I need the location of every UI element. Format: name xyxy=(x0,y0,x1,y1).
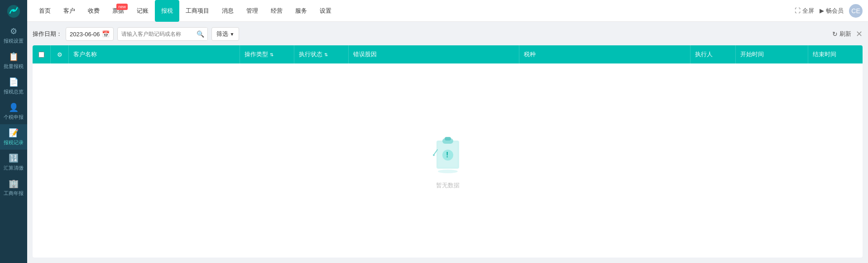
sidebar-item-label: 汇算清缴 xyxy=(4,165,24,171)
th-operation-type: 操作类型 ⇅ xyxy=(240,45,294,63)
fullscreen-btn[interactable]: ⛶ 全屏 xyxy=(795,7,814,15)
avatar[interactable]: CE xyxy=(849,4,863,18)
member-label: 畅会员 xyxy=(826,7,844,15)
sidebar-item-tax-record[interactable]: 📝 报税记录 xyxy=(0,124,27,150)
topnav-item-settings[interactable]: 设置 xyxy=(313,0,338,22)
personal-tax-icon: 👤 xyxy=(9,102,19,112)
sidebar-logo xyxy=(0,0,27,23)
topnav-item-accounting[interactable]: 记账 xyxy=(130,0,155,22)
empty-text: 暂无数据 xyxy=(436,181,460,190)
table-header: ⚙ 客户名称 操作类型 ⇅ 执行状态 ⇅ 错误股因 税种 xyxy=(33,45,863,63)
th-exec-status: 执行状态 ⇅ xyxy=(294,45,349,63)
th-error-reason: 错误股因 xyxy=(349,45,520,63)
tax-settings-icon: ⚙ xyxy=(10,26,17,36)
sidebar-item-tax-summary[interactable]: 📄 报税总览 xyxy=(0,73,27,99)
table-wrapper: ⚙ 客户名称 操作类型 ⇅ 执行状态 ⇅ 错误股因 税种 xyxy=(33,45,863,258)
toolbar-right: ↻ 刷新 ✕ xyxy=(832,30,863,38)
chevron-down-icon: ▼ xyxy=(230,32,235,37)
topnav-label-tax: 报税 xyxy=(161,7,173,15)
sidebar-item-label: 报税记录 xyxy=(4,139,24,146)
topnav-label-management: 管理 xyxy=(246,7,258,15)
member-btn[interactable]: ▶ 畅会员 xyxy=(820,7,844,15)
svg-text:!: ! xyxy=(446,151,448,159)
topnav-item-tax[interactable]: 报税 xyxy=(155,0,179,22)
close-btn[interactable]: ✕ xyxy=(856,30,863,38)
th-tax-type: 税种 xyxy=(519,45,691,63)
th-executor: 执行人 xyxy=(691,45,736,63)
empty-state: ! 暂无数据 xyxy=(33,63,863,258)
svg-point-10 xyxy=(438,170,458,173)
topnav-item-bizproject[interactable]: 工商项目 xyxy=(179,0,216,22)
sidebar-item-label: 批量报税 xyxy=(4,63,24,70)
refresh-btn[interactable]: ↻ 刷新 xyxy=(832,30,851,38)
topnav-item-invoice[interactable]: 票据new xyxy=(106,0,130,22)
topnav-label-settings: 设置 xyxy=(320,7,331,15)
tax-record-icon: 📝 xyxy=(9,128,19,138)
search-input-wrapper: 🔍 xyxy=(117,27,208,41)
date-value: 2023-06-06 xyxy=(70,31,100,38)
sidebar-item-batch-tax[interactable]: 📋 批量报税 xyxy=(0,48,27,73)
svg-point-9 xyxy=(433,154,435,156)
topnav-item-message[interactable]: 消息 xyxy=(216,0,240,22)
reconciliation-icon: 🔢 xyxy=(9,153,19,163)
fullscreen-icon: ⛶ xyxy=(795,7,801,14)
sidebar-item-label: 报税总览 xyxy=(4,88,24,95)
topnav-label-message: 消息 xyxy=(222,7,234,15)
sidebar-item-reconciliation[interactable]: 🔢 汇算清缴 xyxy=(0,150,27,175)
topnav-item-customer[interactable]: 客户 xyxy=(57,0,82,22)
sidebar: ⚙ 报税设置 📋 批量报税 📄 报税总览 👤 个税申报 📝 报税记录 🔢 汇算清… xyxy=(0,0,27,263)
th-customer-name: 客户名称 xyxy=(69,45,240,63)
sidebar-item-label: 工商年报 xyxy=(4,190,24,197)
search-button[interactable]: 🔍 xyxy=(194,27,207,41)
refresh-icon: ↻ xyxy=(832,30,838,38)
svg-rect-5 xyxy=(445,137,451,141)
batch-tax-icon: 📋 xyxy=(9,52,19,62)
select-all-checkbox[interactable] xyxy=(38,52,44,58)
badge-invoice: new xyxy=(116,4,128,10)
topnav-label-home: 首页 xyxy=(39,7,51,15)
sidebar-item-label: 报税设置 xyxy=(4,38,24,44)
th-end-time: 结束时间 xyxy=(808,45,863,63)
sidebar-item-personal-tax[interactable]: 👤 个税申报 xyxy=(0,99,27,124)
date-label: 操作日期： xyxy=(33,30,62,38)
th-start-time: 开始时间 xyxy=(736,45,808,63)
sidebar-item-label: 个税申报 xyxy=(4,114,24,121)
toolbar: 操作日期： 2023-06-06 📅 🔍 筛选 ▼ ↻ 刷新 ✕ xyxy=(33,27,863,41)
topnav: 首页客户收费票据new记账报税工商项目消息管理经营服务设置 ⛶ 全屏 ▶ 畅会员… xyxy=(27,0,868,22)
gear-icon: ⚙ xyxy=(57,51,62,58)
topnav-item-management[interactable]: 管理 xyxy=(240,0,264,22)
topnav-label-billing: 收费 xyxy=(88,7,100,15)
topnav-items: 首页客户收费票据new记账报税工商项目消息管理经营服务设置 xyxy=(33,0,795,22)
topnav-label-service: 服务 xyxy=(295,7,307,15)
tax-summary-icon: 📄 xyxy=(9,77,19,87)
sort-icon: ⇅ xyxy=(270,52,273,57)
topnav-label-bizproject: 工商项目 xyxy=(186,7,209,15)
main-container: 首页客户收费票据new记账报税工商项目消息管理经营服务设置 ⛶ 全屏 ▶ 畅会员… xyxy=(27,0,868,263)
topnav-label-operation: 经营 xyxy=(271,7,283,15)
search-input[interactable] xyxy=(118,31,194,37)
fullscreen-label: 全屏 xyxy=(802,7,814,15)
annual-report-icon: 🏢 xyxy=(9,179,19,189)
topnav-item-service[interactable]: 服务 xyxy=(289,0,313,22)
empty-illustration: ! xyxy=(427,132,468,177)
th-gear[interactable]: ⚙ xyxy=(51,45,69,63)
page-content: 操作日期： 2023-06-06 📅 🔍 筛选 ▼ ↻ 刷新 ✕ xyxy=(27,22,868,263)
topnav-label-customer: 客户 xyxy=(63,7,75,15)
refresh-label: 刷新 xyxy=(839,30,851,38)
filter-label: 筛选 xyxy=(216,30,228,38)
date-input[interactable]: 2023-06-06 📅 xyxy=(66,27,114,41)
topnav-right: ⛶ 全屏 ▶ 畅会员 CE xyxy=(795,4,863,18)
topnav-label-accounting: 记账 xyxy=(137,7,149,15)
sidebar-item-annual-report[interactable]: 🏢 工商年报 xyxy=(0,175,27,200)
topnav-item-operation[interactable]: 经营 xyxy=(264,0,289,22)
filter-btn[interactable]: 筛选 ▼ xyxy=(211,27,240,41)
calendar-icon: 📅 xyxy=(102,30,110,38)
th-checkbox[interactable] xyxy=(33,45,51,63)
sort-icon-2: ⇅ xyxy=(324,52,328,57)
sidebar-item-tax-settings[interactable]: ⚙ 报税设置 xyxy=(0,23,27,48)
topnav-item-home[interactable]: 首页 xyxy=(33,0,57,22)
topnav-item-billing[interactable]: 收费 xyxy=(82,0,106,22)
svg-point-1 xyxy=(12,9,15,12)
video-icon: ▶ xyxy=(820,7,824,14)
